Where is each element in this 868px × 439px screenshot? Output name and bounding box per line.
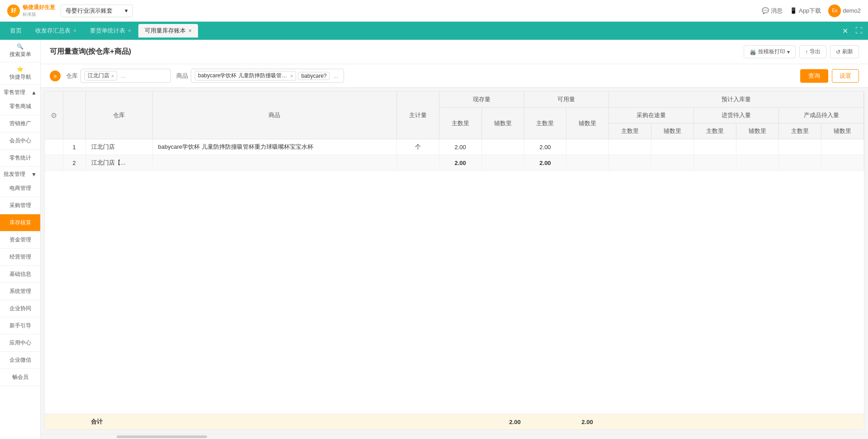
tab-receipt-summary[interactable]: 收发存汇总表 × <box>29 24 83 38</box>
sidebar-item-ecommerce[interactable]: 电商管理 <box>0 180 40 197</box>
table-container: ⚙ 仓库 商品 主计量 现存量 可用量 预计入库量 主数里 辅数 <box>44 91 864 430</box>
data-table: ⚙ 仓库 商品 主计量 现存量 可用量 预计入库量 主数里 辅数 <box>45 92 864 171</box>
th-finished-main: 主数里 <box>779 123 821 139</box>
cell-checkbox <box>45 139 63 155</box>
sidebar-item-app-center[interactable]: 应用中心 <box>0 335 40 352</box>
sidebar-item-purchase[interactable]: 采购管理 <box>0 197 40 214</box>
tab-close-icon[interactable]: × <box>189 28 192 34</box>
cell-purchase-onway-main <box>609 155 651 171</box>
sidebar-item-newbie[interactable]: 新手引导 <box>0 317 40 335</box>
sidebar-item-finance[interactable]: 资金管理 <box>0 231 40 249</box>
footer-empty-1 <box>50 418 68 426</box>
filter-bar: » 仓库 江北门店 × ... 商品 babycare学饮杯 儿童防摔防撞吸管杯… <box>41 64 868 88</box>
th-unit: 主计量 <box>396 92 439 139</box>
refresh-icon: ↺ <box>836 49 840 55</box>
sidebar-item-enterprise-wechat[interactable]: 企业微信 <box>0 352 40 369</box>
cell-finished-main <box>779 155 821 171</box>
close-all-tabs-icon[interactable]: ✕ <box>840 25 850 37</box>
settings-gear-icon[interactable]: ⚙ <box>51 112 57 119</box>
tab-home[interactable]: 首页 <box>4 24 28 38</box>
th-estimated-inbound: 预计入库量 <box>609 92 864 108</box>
tab-close-icon[interactable]: × <box>128 28 131 34</box>
cell-purchase-onway-aux <box>651 155 694 171</box>
sidebar-item-system[interactable]: 系统管理 <box>0 283 40 300</box>
sidebar-item-basic-info[interactable]: 基础信息 <box>0 266 40 283</box>
product-ellipsis[interactable]: ... <box>331 73 340 79</box>
sidebar-item-retail-stats[interactable]: 零售统计 <box>0 150 40 167</box>
tab-available-inventory[interactable]: 可用量库存账本 × <box>138 24 198 38</box>
page-title: 可用量查询(按仓库+商品) <box>50 47 131 57</box>
cell-finished-aux <box>821 155 863 171</box>
sidebar-item-search-menu[interactable]: 🔍 搜索菜单 <box>0 40 40 62</box>
message-icon: 💬 <box>762 7 769 14</box>
table-row: 1 江北门店 babycare学饮杯 儿童防摔防撞吸管杯重力球吸嘴杯宝宝水杯 个… <box>45 139 864 155</box>
sidebar-item-quick-nav[interactable]: ⭐ 快捷导航 <box>0 62 40 85</box>
cell-unit <box>396 155 439 171</box>
th-purchase-onway: 采购在途量 <box>609 108 694 123</box>
sidebar-section-wholesale[interactable]: 批发管理 ▼ <box>0 167 40 180</box>
th-purchase-onway-main: 主数里 <box>609 123 651 139</box>
product-tag-2: babycare? <box>298 72 330 80</box>
sidebar-section-retail[interactable]: 零售管理 ▲ <box>0 85 40 98</box>
expand-icon[interactable]: ⛶ <box>854 25 864 37</box>
sidebar-item-member[interactable]: 畅会员 <box>0 369 40 386</box>
sidebar-item-members[interactable]: 会员中心 <box>0 132 40 150</box>
search-icon: 🔍 <box>17 43 24 50</box>
message-button[interactable]: 💬 消息 <box>762 7 783 15</box>
cell-stock-main: 2.00 <box>439 139 481 155</box>
th-warehouse: 仓库 <box>85 92 152 139</box>
content-area: 可用量查询(按仓库+商品) 🖨️ 按模板打印 ▾ ↑ 导出 ↺ 刷新 <box>41 40 868 439</box>
cell-avail-main: 2.00 <box>524 139 566 155</box>
sidebar-item-retail-mall[interactable]: 零售商城 <box>0 98 40 115</box>
footer-label: 合计 <box>91 418 136 426</box>
chevron-icon: ▼ <box>31 171 37 178</box>
footer-finished-aux <box>822 418 859 426</box>
refresh-button[interactable]: ↺ 刷新 <box>830 45 859 58</box>
th-pending-in-aux: 辅数里 <box>736 123 779 139</box>
th-avail-aux: 辅数里 <box>566 108 609 139</box>
horizontal-scrollbar <box>41 434 868 439</box>
avatar: Ea <box>828 5 841 17</box>
top-bar-left: 好 畅捷通好生意 标准版 母婴行业演示账套 ▾ <box>7 4 133 18</box>
app-download-button[interactable]: 📱 App下载 <box>790 7 821 15</box>
industry-selector[interactable]: 母婴行业演示账套 ▾ <box>61 5 133 17</box>
footer-purchase-main <box>642 418 678 426</box>
settings-button[interactable]: 设置 <box>832 69 859 83</box>
query-button[interactable]: 查询 <box>800 69 828 83</box>
footer-empty-2 <box>68 418 91 426</box>
user-profile[interactable]: Ea demo2 <box>828 5 861 17</box>
warehouse-input[interactable]: 江北门店 × ... <box>80 69 171 83</box>
th-avail-main: 主数里 <box>524 108 566 139</box>
th-finished-pending: 产成品待入量 <box>779 108 864 123</box>
cell-product <box>152 155 396 171</box>
footer-purchase-aux <box>678 418 714 426</box>
product-input[interactable]: babycare学饮杯 儿童防摔防撞吸管杯重力球吸嘴杯宝宝水杯 × babyca… <box>191 69 344 83</box>
cell-stock-main: 2.00 <box>439 155 481 171</box>
footer-table: 合计 2.00 2.00 <box>50 418 859 426</box>
cell-checkbox <box>45 155 63 171</box>
scrollbar-thumb <box>117 435 207 438</box>
sidebar-item-operations[interactable]: 经营管理 <box>0 249 40 266</box>
main-layout: 🔍 搜索菜单 ⭐ 快捷导航 零售管理 ▲ 零售商城 营销推广 会员中心 零售统计… <box>0 40 868 439</box>
tag-close-icon[interactable]: × <box>290 73 293 79</box>
th-stock-aux: 辅数里 <box>481 108 524 139</box>
tab-order-stats[interactable]: 要货单统计表 × <box>84 24 137 38</box>
logo-area: 好 畅捷通好生意 标准版 <box>7 4 55 18</box>
cell-pending-in-aux <box>736 139 779 155</box>
sidebar-item-enterprise[interactable]: 企业协同 <box>0 300 40 317</box>
tab-close-icon[interactable]: × <box>73 28 76 34</box>
warehouse-ellipsis[interactable]: ... <box>119 73 127 79</box>
sidebar-item-inventory[interactable]: 库存核算 <box>0 214 40 231</box>
filter-toggle-button[interactable]: » <box>50 71 61 81</box>
receipt-summary-label: 收发存汇总表 <box>35 27 71 35</box>
th-num <box>63 92 85 139</box>
logo-icon: 好 <box>7 5 20 17</box>
cell-unit: 个 <box>396 139 439 155</box>
th-stock-main: 主数里 <box>439 108 481 139</box>
tag-close-icon[interactable]: × <box>111 73 114 79</box>
chevron-down-icon: ▾ <box>125 7 128 14</box>
print-button[interactable]: 🖨️ 按模板打印 ▾ <box>744 45 796 58</box>
sidebar-item-marketing[interactable]: 营销推广 <box>0 115 40 132</box>
footer-avail-aux <box>605 418 642 426</box>
export-button[interactable]: ↑ 导出 <box>799 45 826 58</box>
